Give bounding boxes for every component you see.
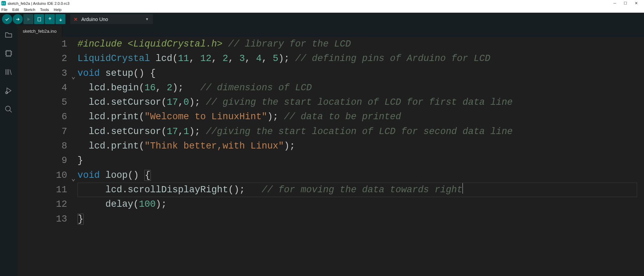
line-number: 7	[17, 124, 67, 139]
editor-tab[interactable]: sketch_feb2a.ino	[17, 25, 62, 37]
line-number: 13	[17, 212, 67, 226]
line-number: 9	[17, 153, 67, 168]
upload-button[interactable]	[13, 14, 23, 24]
new-sketch-button[interactable]	[34, 14, 44, 24]
line-number: 5	[17, 95, 67, 110]
editor-area: sketch_feb2a.ino 123⌄45678910⌄111213 #in…	[17, 25, 644, 276]
verify-button[interactable]	[2, 14, 12, 24]
text-cursor	[463, 183, 463, 194]
code-editor[interactable]: 123⌄45678910⌄111213 #include <LiquidCrys…	[17, 37, 644, 276]
editor-tab-label: sketch_feb2a.ino	[23, 29, 56, 34]
maximize-button[interactable]: ☐	[624, 1, 627, 6]
close-button[interactable]: ✕	[635, 1, 638, 6]
code-line[interactable]: lcd.begin(16, 2); // dimensions of LCD	[77, 81, 644, 95]
code-line[interactable]: lcd.setCursor(17,0); // giving the start…	[77, 95, 644, 110]
code-line[interactable]: }	[77, 212, 644, 226]
code-line[interactable]: lcd.print("Welcome to LinuxHint"); // da…	[77, 110, 644, 124]
main-area: sketch_feb2a.ino 123⌄45678910⌄111213 #in…	[0, 25, 644, 276]
line-number: 11	[17, 183, 67, 197]
code-line[interactable]: }	[77, 153, 644, 168]
debug-button	[23, 14, 33, 24]
board-selector[interactable]: ✕ Arduino Uno ▼	[70, 14, 153, 24]
save-button[interactable]	[55, 14, 65, 24]
menu-tools[interactable]: Tools	[40, 8, 52, 12]
line-number: 4	[17, 81, 67, 95]
debug-icon[interactable]	[4, 86, 13, 95]
line-number: 8	[17, 139, 67, 153]
line-gutter: 123⌄45678910⌄111213	[17, 37, 77, 276]
code-line[interactable]: lcd.print("Think better,with Linux");	[77, 139, 644, 153]
svg-rect-1	[6, 51, 11, 56]
line-number: 2	[17, 51, 67, 66]
line-number: 1	[17, 37, 67, 51]
code-line[interactable]: void loop() {	[77, 168, 644, 183]
code-content[interactable]: #include <LiquidCrystal.h> // library fo…	[77, 37, 644, 276]
minimize-button[interactable]: ─	[613, 1, 616, 6]
menu-bar: File Edit Sketch Tools Help	[0, 7, 644, 13]
line-number: 12	[17, 197, 67, 212]
svg-rect-0	[38, 17, 40, 21]
explorer-icon[interactable]	[4, 30, 13, 39]
code-line[interactable]: LiquidCrystal lcd(11, 12, 2, 3, 4, 5); /…	[77, 51, 644, 66]
window-title: sketch_feb2a | Arduino IDE 2.0.0-rc3	[8, 1, 70, 6]
toolbar: ✕ Arduino Uno ▼	[0, 13, 644, 25]
code-line[interactable]: delay(100);	[77, 197, 644, 212]
code-line[interactable]: void setup() {	[77, 66, 644, 81]
line-number: 6	[17, 110, 67, 124]
board-name: Arduino Uno	[81, 17, 145, 22]
activity-bar	[0, 25, 17, 276]
fold-icon[interactable]: ⌄	[71, 70, 75, 84]
code-line[interactable]: lcd.scrollDisplayRight(); // for moving …	[77, 183, 644, 197]
open-button[interactable]	[45, 14, 55, 24]
title-bar: sketch_feb2a | Arduino IDE 2.0.0-rc3 ─ ☐…	[0, 0, 644, 7]
fold-icon[interactable]: ⌄	[71, 172, 75, 186]
menu-sketch[interactable]: Sketch	[24, 8, 38, 12]
menu-help[interactable]: Help	[54, 8, 64, 12]
board-disconnected-icon: ✕	[74, 17, 78, 22]
code-line[interactable]: #include <LiquidCrystal.h> // library fo…	[77, 37, 644, 51]
line-number: 3⌄	[17, 66, 67, 81]
svg-point-3	[6, 106, 10, 111]
search-icon[interactable]	[4, 105, 13, 114]
menu-file[interactable]: File	[1, 8, 10, 12]
library-manager-icon[interactable]	[4, 68, 13, 76]
arduino-logo-icon	[1, 1, 6, 6]
menu-edit[interactable]: Edit	[12, 8, 22, 12]
line-number: 10⌄	[17, 168, 67, 183]
boards-manager-icon[interactable]	[4, 49, 13, 58]
tab-bar: sketch_feb2a.ino	[17, 25, 644, 37]
code-line[interactable]: lcd.setCursor(17,1); //giving the start …	[77, 124, 644, 139]
svg-point-2	[6, 92, 8, 94]
chevron-down-icon: ▼	[145, 17, 149, 21]
